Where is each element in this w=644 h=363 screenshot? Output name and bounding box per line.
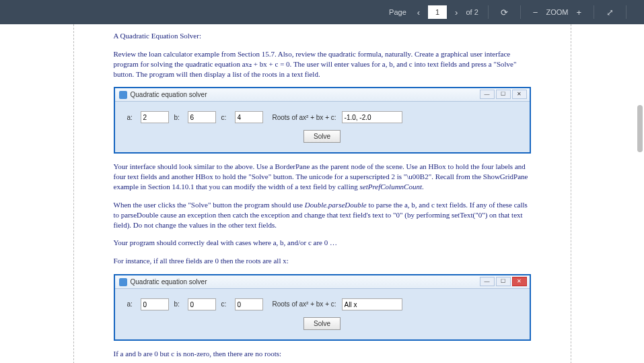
- window-controls: — ☐ ✕: [480, 90, 527, 99]
- zoom-out-button[interactable]: −: [530, 7, 541, 18]
- minimize-icon: —: [480, 90, 495, 99]
- app-icon: [119, 91, 127, 99]
- paragraph: For instance, if all three fields are 0 …: [114, 256, 531, 266]
- zoom-in-button[interactable]: +: [573, 7, 584, 18]
- maximize-icon: ☐: [496, 90, 511, 99]
- roots-label: Roots of ax² + bx + c:: [273, 113, 336, 123]
- button-row: Solve: [127, 317, 517, 330]
- divider: [488, 5, 489, 19]
- a-label: a:: [127, 113, 135, 123]
- window-title: Quadratic equation solver: [131, 90, 207, 100]
- a-field: [141, 111, 169, 123]
- close-icon: ✕: [512, 90, 527, 99]
- document-page: A Quadratic Equation Solver: Review the …: [107, 24, 538, 363]
- code-ref: setPrefColumnCount: [359, 183, 421, 191]
- solve-button: Solve: [303, 317, 341, 330]
- page-title: A Quadratic Equation Solver:: [114, 31, 531, 41]
- window-titlebar: Quadratic equation solver — ☐ ✕: [115, 88, 530, 102]
- c-label: c:: [221, 113, 229, 123]
- c-label: c:: [221, 300, 229, 309]
- window-body: a: b: c: Roots of ax² + bx + c: Solve: [115, 289, 530, 339]
- text: .: [422, 183, 424, 191]
- paragraph: When the user clicks the "Solve" button …: [114, 200, 531, 230]
- window-title: Quadratic equation solver: [131, 277, 207, 287]
- divider: [626, 5, 627, 19]
- roots-label: Roots of ax² + bx + c:: [273, 300, 336, 309]
- refresh-button[interactable]: ⟳: [498, 7, 511, 18]
- page-label: Page: [389, 8, 406, 16]
- code-ref: Double.parseDouble: [305, 201, 367, 209]
- c-field: [235, 298, 263, 310]
- app-icon: [119, 278, 127, 286]
- roots-field: [342, 111, 402, 123]
- page-number-input[interactable]: [428, 5, 447, 19]
- b-label: b:: [174, 300, 182, 309]
- a-field: [141, 298, 169, 310]
- close-icon: ✕: [512, 277, 527, 286]
- text: When the user clicks the "Solve" button …: [114, 201, 305, 209]
- b-field: [188, 111, 216, 123]
- scrollbar-thumb[interactable]: [637, 105, 643, 152]
- roots-field: [342, 298, 402, 310]
- page-margin-left: [73, 24, 74, 363]
- a-label: a:: [127, 300, 135, 309]
- c-field: [235, 111, 263, 123]
- prev-page-button[interactable]: ‹: [415, 7, 423, 18]
- window-titlebar: Quadratic equation solver — ☐ ✕: [115, 275, 530, 289]
- zoom-label: ZOOM: [546, 8, 568, 16]
- window-body: a: b: c: Roots of ax² + bx + c: Solve: [115, 102, 530, 152]
- screenshot-window-2: Quadratic equation solver — ☐ ✕ a: b: c:…: [114, 274, 531, 341]
- page-margin-right: [571, 24, 571, 363]
- document-viewer[interactable]: A Quadratic Equation Solver: Review the …: [0, 24, 644, 363]
- page-count-label: of 2: [466, 8, 478, 16]
- pdf-toolbar: Page ‹ › of 2 ⟳ − ZOOM + ⤢: [0, 0, 644, 24]
- button-row: Solve: [127, 130, 517, 143]
- window-controls: — ☐ ✕: [480, 277, 527, 286]
- minimize-icon: —: [480, 277, 495, 286]
- screenshot-window-1: Quadratic equation solver — ☐ ✕ a: b: c:…: [114, 87, 531, 154]
- b-field: [188, 298, 216, 310]
- paragraph: Your program should correctly deal with …: [114, 238, 531, 248]
- paragraph: Review the loan calculator example from …: [114, 49, 531, 79]
- input-row: a: b: c: Roots of ax² + bx + c:: [127, 111, 517, 123]
- text: Your interface should look similar to th…: [114, 162, 528, 191]
- solve-button: Solve: [303, 130, 341, 143]
- divider: [520, 5, 521, 19]
- b-label: b:: [174, 113, 182, 123]
- collapse-button[interactable]: ⤢: [604, 7, 616, 18]
- divider: [594, 5, 594, 19]
- maximize-icon: ☐: [496, 277, 511, 286]
- input-row: a: b: c: Roots of ax² + bx + c:: [127, 298, 517, 310]
- next-page-button[interactable]: ›: [452, 7, 460, 18]
- paragraph: Your interface should look similar to th…: [114, 162, 531, 192]
- paragraph: If a and b are 0 but c is non-zero, then…: [114, 349, 531, 359]
